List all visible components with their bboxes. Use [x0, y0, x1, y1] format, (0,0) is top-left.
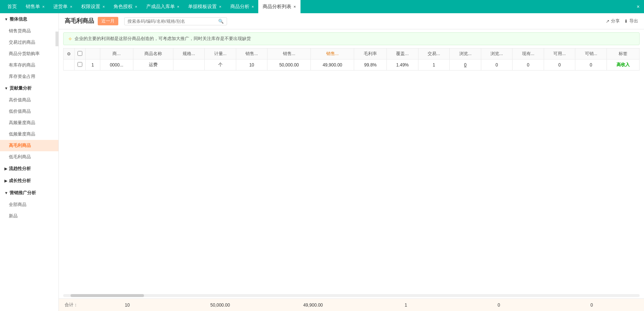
col-header-code[interactable]: 商...	[100, 48, 133, 59]
sidebar-item-high-freq[interactable]: 高频量度商品	[0, 117, 58, 129]
col-header-sales-amt[interactable]: 销售...	[267, 48, 311, 59]
col-header-unit[interactable]: 计量...	[205, 48, 236, 59]
sidebar-section-growth[interactable]: ▶ 成长性分析	[0, 175, 58, 187]
nav-goods-analysis[interactable]: 商品分析 ×	[226, 0, 258, 13]
close-icon[interactable]: ×	[70, 4, 72, 9]
nav-product-entry[interactable]: 产成品入库单 ×	[142, 0, 184, 13]
cell-settings	[64, 59, 75, 70]
col-header-tag[interactable]: 标签	[607, 48, 639, 59]
cell-unit: 个	[205, 59, 236, 70]
close-icon[interactable]: ×	[219, 4, 221, 9]
close-icon[interactable]: ×	[102, 4, 105, 9]
cell-tag: 高收入	[607, 59, 639, 70]
cell-code: 0000...	[100, 59, 133, 70]
section-arrow-contribution: ▼	[4, 86, 8, 90]
nav-permission[interactable]: 权限设置 ×	[77, 0, 109, 13]
col-header-spec[interactable]: 规格...	[173, 48, 205, 59]
close-icon[interactable]: ×	[177, 4, 179, 9]
sidebar-item-traded-goods[interactable]: 交易过的商品	[0, 37, 58, 48]
section-arrow-overall: ▼	[4, 17, 8, 21]
cell-browse2: 0	[481, 59, 512, 70]
footer-avail1: 0	[452, 303, 545, 308]
sidebar-item-high-margin[interactable]: 高毛利商品	[0, 140, 58, 151]
share-button[interactable]: ↗ 分享	[606, 18, 620, 24]
sidebar-section-contribution[interactable]: ▼ 贡献量分析	[0, 82, 58, 94]
footer-sales-amt: 50,000.00	[174, 303, 267, 308]
sidebar-section-trend[interactable]: ▶ 流趋性分析	[0, 163, 58, 175]
cell-check[interactable]	[75, 59, 86, 70]
nav-goods-analysis-list[interactable]: 商品分析列表 ×	[258, 0, 300, 13]
section-arrow-trend: ▶	[4, 167, 7, 171]
col-header-browse2[interactable]: 浏览...	[481, 48, 512, 59]
cell-trade: 1	[418, 59, 450, 70]
col-header-name[interactable]: 商品名称	[133, 48, 173, 59]
row-checkbox[interactable]	[78, 62, 82, 67]
content-header: 高毛利商品 近一月 🔍 ↗ 分享 ⬇ 导出	[59, 13, 644, 29]
col-header-avail2[interactable]: 可用...	[544, 48, 575, 59]
cell-sales-profit: 49,900.00	[311, 59, 354, 70]
window-close-button[interactable]: ×	[635, 4, 641, 10]
export-button[interactable]: ⬇ 导出	[624, 18, 638, 24]
content-area: 高毛利商品 近一月 🔍 ↗ 分享 ⬇ 导出	[59, 13, 644, 311]
sidebar-section-overall[interactable]: ▼ 整体信息	[0, 13, 58, 25]
search-box: 🔍	[124, 17, 227, 25]
section-arrow-marketing: ▼	[4, 191, 8, 195]
footer-values: 10 50,000.00 49,900.00 1 0 0	[81, 303, 638, 308]
nav-template[interactable]: 单据模板设置 ×	[184, 0, 226, 13]
info-text: 企业的主要的利润都是这部分商品创造的，可考虑加大推广，同时关注库存是不要出现缺货	[75, 36, 251, 42]
sidebar-item-stock-capital[interactable]: 库存资金占用	[0, 71, 58, 82]
cell-saleable: 0	[575, 59, 607, 70]
nav-home[interactable]: 首页	[3, 0, 21, 13]
footer-avail2: 0	[545, 303, 638, 308]
table-row: 1 0000... 运费 个 10 50,000.00 49,900.00 99…	[64, 59, 640, 70]
col-header-settings[interactable]: ⚙	[64, 48, 75, 59]
col-header-cover[interactable]: 覆盖...	[387, 48, 418, 59]
page-title: 高毛利商品	[65, 17, 94, 25]
col-header-gross-rate[interactable]: 毛利率	[354, 48, 387, 59]
search-input[interactable]	[127, 19, 218, 24]
nav-sales[interactable]: 销售单 ×	[21, 0, 49, 13]
section-arrow-growth: ▶	[4, 179, 7, 183]
sidebar-item-goods-assist[interactable]: 商品分货助购率	[0, 48, 58, 59]
sidebar-item-low-freq[interactable]: 低频量度商品	[0, 129, 58, 140]
share-icon: ↗	[606, 19, 609, 24]
col-header-sales-profit[interactable]: 销售...	[311, 48, 354, 59]
sidebar-item-sales-goods[interactable]: 销售货商品	[0, 25, 58, 37]
sidebar-item-new-goods[interactable]: 新品	[0, 210, 58, 222]
scroll-thumb[interactable]	[71, 294, 144, 297]
horizontal-scrollbar[interactable]	[63, 294, 640, 297]
cell-name: 运费	[133, 59, 173, 70]
footer-label: 合计：	[65, 302, 78, 308]
nav-purchase[interactable]: 进货单 ×	[49, 0, 76, 13]
top-navigation: 首页 销售单 × 进货单 × 权限设置 × 角色授权 × 产成品入库单 × 单据…	[0, 0, 644, 13]
sidebar-collapse-button[interactable]: 《	[55, 32, 59, 46]
goods-table: ⚙ 商... 商品名称 规格... 计量... 销售... 销售... 销售..…	[63, 48, 640, 70]
sidebar-item-stock-goods[interactable]: 有库存的商品	[0, 59, 58, 71]
search-icon[interactable]: 🔍	[218, 19, 224, 24]
window-controls: ×	[635, 4, 641, 10]
col-header-sales-qty[interactable]: 销售...	[236, 48, 267, 59]
nav-role[interactable]: 角色授权 ×	[109, 0, 141, 13]
col-header-trade[interactable]: 交易...	[418, 48, 450, 59]
sidebar-section-marketing[interactable]: ▼ 营销推广分析	[0, 187, 58, 199]
col-header-browse1[interactable]: 浏览...	[450, 48, 481, 59]
filter-button[interactable]: 近一月	[98, 17, 118, 25]
col-header-saleable[interactable]: 可销...	[575, 48, 607, 59]
select-all-checkbox[interactable]	[78, 51, 82, 56]
close-icon[interactable]: ×	[294, 4, 296, 9]
cell-browse1[interactable]: 0	[450, 59, 481, 70]
col-header-check[interactable]	[75, 48, 86, 59]
info-icon: ✧	[68, 36, 72, 42]
sidebar-item-high-value[interactable]: 高价值商品	[0, 94, 58, 106]
sidebar-item-low-value[interactable]: 低价值商品	[0, 106, 58, 117]
sidebar-item-low-margin[interactable]: 低毛利商品	[0, 151, 58, 163]
col-header-avail1[interactable]: 现有...	[512, 48, 544, 59]
close-icon[interactable]: ×	[135, 4, 137, 9]
cell-seq: 1	[86, 59, 100, 70]
sidebar-item-all-goods[interactable]: 全部商品	[0, 199, 58, 210]
close-icon[interactable]: ×	[252, 4, 254, 9]
close-icon[interactable]: ×	[42, 4, 44, 9]
export-icon: ⬇	[624, 19, 628, 24]
info-banner: ✧ 企业的主要的利润都是这部分商品创造的，可考虑加大推广，同时关注库存是不要出现…	[63, 32, 640, 45]
cell-avail1: 0	[512, 59, 544, 70]
